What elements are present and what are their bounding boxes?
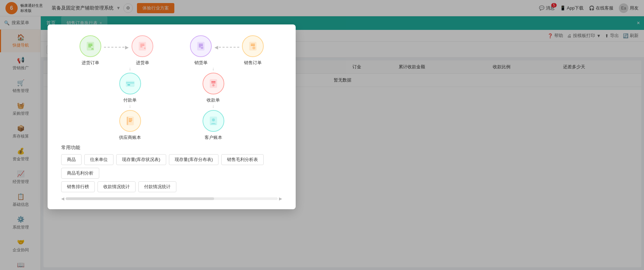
func-btn-stock-status[interactable]: 现存量(库存状况表)	[116, 154, 166, 165]
purchase-bill-label: 进货单	[136, 60, 149, 66]
sales-bill-icon	[190, 35, 212, 57]
svg-rect-12	[201, 47, 203, 49]
flow-sales-bill[interactable]: 销货单	[190, 35, 212, 66]
receipt-icon	[203, 73, 224, 94]
svg-rect-4	[139, 42, 146, 50]
flow-payment[interactable]: 付款单	[119, 73, 141, 103]
flow-supplier-book[interactable]: 供应商账本	[119, 110, 141, 141]
supplier-book-icon	[119, 110, 141, 132]
common-functions-title: 常用功能	[61, 145, 282, 151]
svg-rect-17	[126, 81, 134, 87]
svg-rect-8	[197, 42, 204, 50]
scroll-left-arrow[interactable]: ◀	[61, 196, 64, 201]
func-buttons-row1: 商品 往来单位 现存量(库存状况表) 现存量(库存分布表) 销售毛利分析表 商品…	[61, 154, 282, 179]
customer-book-icon	[203, 110, 224, 132]
payment-icon	[119, 73, 141, 94]
sales-order-label: 销售订单	[244, 60, 262, 66]
func-btn-partner[interactable]: 往来单位	[84, 154, 114, 165]
sales-bill-label: 销货单	[194, 60, 208, 66]
sales-order-icon	[242, 35, 264, 57]
customer-book-label: 客户账本	[205, 134, 222, 141]
svg-rect-25	[127, 117, 128, 125]
flow-purchase-bill[interactable]: 进货单	[132, 35, 153, 66]
purchase-order-icon	[80, 35, 101, 57]
flow-purchase-order[interactable]: 进货订单	[80, 35, 101, 66]
flow-receipt[interactable]: 收款单	[203, 73, 224, 103]
func-btn-receipt-stat[interactable]: 收款情况统计	[98, 181, 136, 192]
svg-point-16	[253, 47, 255, 49]
modal-scrollbar-track[interactable]	[66, 197, 278, 200]
receipt-label: 收款单	[207, 97, 220, 103]
func-buttons-row2: 销售排行榜 收款情况统计 付款情况统计	[61, 181, 282, 192]
supplier-book-label: 供应商账本	[119, 134, 141, 141]
scroll-right-arrow[interactable]: ▶	[279, 196, 282, 201]
func-btn-sales-rank[interactable]: 销售排行榜	[61, 181, 95, 192]
func-btn-payment-stat[interactable]: 付款情况统计	[138, 181, 176, 192]
svg-point-30	[212, 119, 215, 121]
arrow-purchase-to-bill	[104, 47, 124, 48]
payment-label: 付款单	[123, 97, 137, 103]
svg-point-23	[212, 84, 214, 86]
arrow-order-to-sales	[219, 47, 239, 48]
flow-customer-book[interactable]: 客户账本	[203, 110, 224, 141]
svg-rect-18	[126, 82, 134, 84]
modal-scrollbar-thumb	[66, 197, 214, 200]
quick-nav-modal: 进货订单 ▶ 进货单 销货	[48, 24, 296, 209]
svg-rect-19	[127, 85, 130, 85]
func-btn-product-gross[interactable]: 商品毛利分析	[61, 168, 99, 179]
purchase-order-label: 进货订单	[82, 60, 99, 66]
svg-rect-13	[249, 42, 256, 50]
flow-sales-order[interactable]: 销售订单	[242, 35, 264, 66]
purchase-bill-icon	[132, 35, 153, 57]
modal-scrollbar-area: ◀ ▶	[61, 196, 282, 201]
func-btn-product[interactable]: 商品	[61, 154, 82, 165]
common-functions-section: 常用功能 商品 往来单位 现存量(库存状况表) 现存量(库存分布表) 销售毛利分…	[61, 145, 282, 192]
func-btn-sales-gross[interactable]: 销售毛利分析表	[221, 154, 264, 165]
func-btn-stock-dist[interactable]: 现存量(库存分布表)	[169, 154, 219, 165]
